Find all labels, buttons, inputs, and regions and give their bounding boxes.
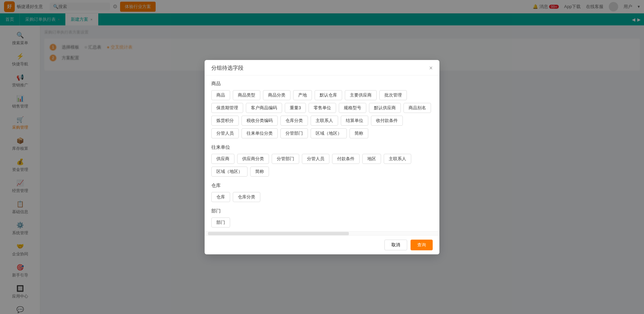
section-department-fields: 部门 xyxy=(211,217,433,228)
field-spec-type[interactable]: 规格型号 xyxy=(339,103,366,113)
section-counterpart: 往来单位 供应商 供应商分类 分管部门 分管人员 付款条件 地区 主联系人 区域… xyxy=(211,144,433,177)
field-product[interactable]: 商品 xyxy=(211,90,230,100)
field-dept[interactable]: 分管部门 xyxy=(280,128,308,138)
section-warehouse: 仓库 仓库 仓库分类 xyxy=(211,183,433,202)
field-main-contact[interactable]: 主联系人 xyxy=(311,116,338,126)
section-product-title: 商品 xyxy=(211,81,433,87)
field-payment-terms2[interactable]: 付款条件 xyxy=(332,154,360,164)
section-department: 部门 部门 xyxy=(211,208,433,228)
field-supplier[interactable]: 供应商 xyxy=(211,154,234,164)
field-region2[interactable]: 区域（地区） xyxy=(211,167,248,177)
modal-footer: 取消 查询 xyxy=(205,235,439,254)
field-main-contact2[interactable]: 主联系人 xyxy=(384,154,411,164)
field-manager2[interactable]: 分管人员 xyxy=(302,154,329,164)
modal-body: 商品 商品 商品类型 商品分类 产地 默认仓库 主要供应商 批次管理 保质期管理… xyxy=(205,75,439,231)
section-warehouse-fields: 仓库 仓库分类 xyxy=(211,192,433,202)
field-department[interactable]: 部门 xyxy=(211,217,230,228)
section-product: 商品 商品 商品类型 商品分类 产地 默认仓库 主要供应商 批次管理 保质期管理… xyxy=(211,81,433,138)
modal-overlay: 分组待选字段 × 商品 商品 商品类型 商品分类 产地 默认仓库 主要供应商 批… xyxy=(0,0,644,314)
field-retail-unit[interactable]: 零售单位 xyxy=(309,103,336,113)
field-tax-code[interactable]: 税收分类编码 xyxy=(241,116,278,126)
section-department-title: 部门 xyxy=(211,208,433,214)
modal-hscroll[interactable] xyxy=(205,231,439,235)
field-batch-management[interactable]: 批次管理 xyxy=(379,90,407,100)
field-dept2[interactable]: 分管部门 xyxy=(272,154,299,164)
field-short-name2[interactable]: 简称 xyxy=(250,167,269,177)
field-payment-terms[interactable]: 收付款条件 xyxy=(371,116,403,126)
section-product-fields: 商品 商品类型 商品分类 产地 默认仓库 主要供应商 批次管理 保质期管理 客户… xyxy=(211,90,433,138)
field-shelf-life[interactable]: 保质期管理 xyxy=(211,103,243,113)
section-warehouse-title: 仓库 xyxy=(211,183,433,189)
field-default-warehouse[interactable]: 默认仓库 xyxy=(315,90,342,100)
field-weight3[interactable]: 重量3 xyxy=(285,103,306,113)
field-customer-product-code[interactable]: 客户商品编码 xyxy=(246,103,282,113)
section-counterpart-fields: 供应商 供应商分类 分管部门 分管人员 付款条件 地区 主联系人 区域（地区） … xyxy=(211,154,433,177)
cancel-button[interactable]: 取消 xyxy=(384,240,407,250)
field-warehouse[interactable]: 仓库 xyxy=(211,192,230,202)
field-settlement-unit[interactable]: 结算单位 xyxy=(341,116,368,126)
field-product-category[interactable]: 商品分类 xyxy=(263,90,290,100)
field-area[interactable]: 地区 xyxy=(362,154,381,164)
field-main-supplier[interactable]: 主要供应商 xyxy=(345,90,377,100)
field-supplier-category[interactable]: 供应商分类 xyxy=(237,154,269,164)
field-manager[interactable]: 分管人员 xyxy=(211,128,239,138)
field-select-modal: 分组待选字段 × 商品 商品 商品类型 商品分类 产地 默认仓库 主要供应商 批… xyxy=(205,60,439,254)
field-default-supplier[interactable]: 默认供应商 xyxy=(369,103,401,113)
field-counterpart-category[interactable]: 往来单位分类 xyxy=(241,128,278,138)
field-product-type[interactable]: 商品类型 xyxy=(233,90,260,100)
field-warehouse-category[interactable]: 仓库分类 xyxy=(280,116,308,126)
field-short-name[interactable]: 简称 xyxy=(350,128,368,138)
section-counterpart-title: 往来单位 xyxy=(211,144,433,150)
field-origin[interactable]: 产地 xyxy=(293,90,312,100)
field-product-alias[interactable]: 商品别名 xyxy=(404,103,431,113)
modal-title: 分组待选字段 xyxy=(211,65,244,72)
field-region[interactable]: 区域（地区） xyxy=(311,128,347,138)
field-refine-points[interactable]: 炼货积分 xyxy=(211,116,239,126)
modal-header: 分组待选字段 × xyxy=(205,60,439,75)
field-warehouse-cat[interactable]: 仓库分类 xyxy=(233,192,260,202)
modal-close-button[interactable]: × xyxy=(429,65,433,72)
confirm-button[interactable]: 查询 xyxy=(411,240,433,250)
